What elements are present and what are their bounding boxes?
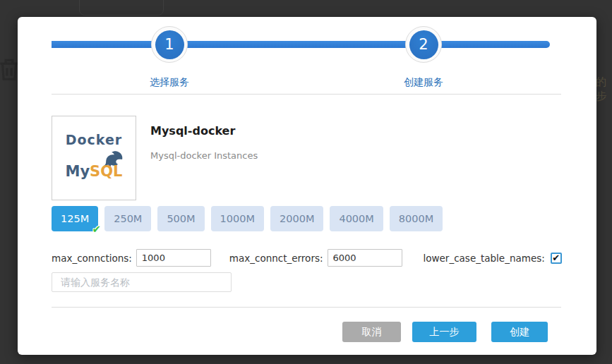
size-option-1000m[interactable]: 1000M [211, 206, 264, 231]
lower-case-table-names-checkbox[interactable]: ✔ [551, 253, 562, 264]
size-option-125m[interactable]: 125M ✔ [52, 206, 98, 231]
docker-wordmark: Docker [52, 132, 136, 147]
size-option-2000m[interactable]: 2000M [270, 206, 323, 231]
max-connect-errors-input[interactable] [328, 249, 402, 267]
mysql-wordmark: MySQL [52, 163, 136, 180]
background-text-fragment: 的 步 [596, 75, 612, 103]
size-option-250m[interactable]: 250M [104, 206, 151, 231]
step-2-circle: 2 [409, 30, 438, 59]
size-option-8000m[interactable]: 8000M [390, 206, 443, 231]
max-connections-label: max_connctions: [52, 253, 132, 264]
service-subtitle: Mysql-docker Instances [150, 150, 258, 161]
create-service-dialog: 1 2 选择服务 创建服务 Docker MySQL Mysql-docker … [18, 17, 596, 355]
wizard-step-2: 2 [405, 26, 442, 63]
parameters-row: max_connctions: max_connct_errors: lower… [52, 249, 562, 267]
step-2-label: 创建服务 [374, 76, 473, 89]
max-connections-input[interactable] [136, 249, 211, 267]
divider [52, 94, 561, 95]
wizard-progress-bar [52, 41, 550, 48]
memory-size-options: 125M ✔ 250M 500M 1000M 2000M 4000M 8000M [52, 206, 449, 231]
max-connect-errors-label: max_connct_errors: [229, 253, 323, 264]
step-1-circle: 1 [155, 30, 184, 59]
lower-case-table-names-label: lower_case_table_names: [424, 253, 545, 264]
create-button[interactable]: 创建 [491, 322, 548, 342]
size-option-500m[interactable]: 500M [157, 206, 204, 231]
service-name-input[interactable] [52, 272, 232, 292]
screen: 的 步 1 2 选择服务 创建服务 Docker MySQL Mysql-doc… [0, 0, 612, 364]
dialog-footer: 取消 上一步 创建 [342, 322, 548, 342]
divider [52, 307, 561, 308]
mysql-docker-logo: Docker MySQL [52, 116, 136, 200]
size-option-4000m[interactable]: 4000M [330, 206, 383, 231]
background-panel-outline [79, 0, 164, 16]
cancel-button[interactable]: 取消 [342, 322, 401, 342]
wizard-step-1: 1 [151, 26, 188, 63]
previous-step-button[interactable]: 上一步 [412, 322, 476, 342]
service-title: Mysql-docker [150, 124, 235, 138]
step-1-label: 选择服务 [120, 76, 219, 89]
size-option-label: 125M [61, 213, 89, 224]
check-icon: ✔ [92, 223, 102, 236]
